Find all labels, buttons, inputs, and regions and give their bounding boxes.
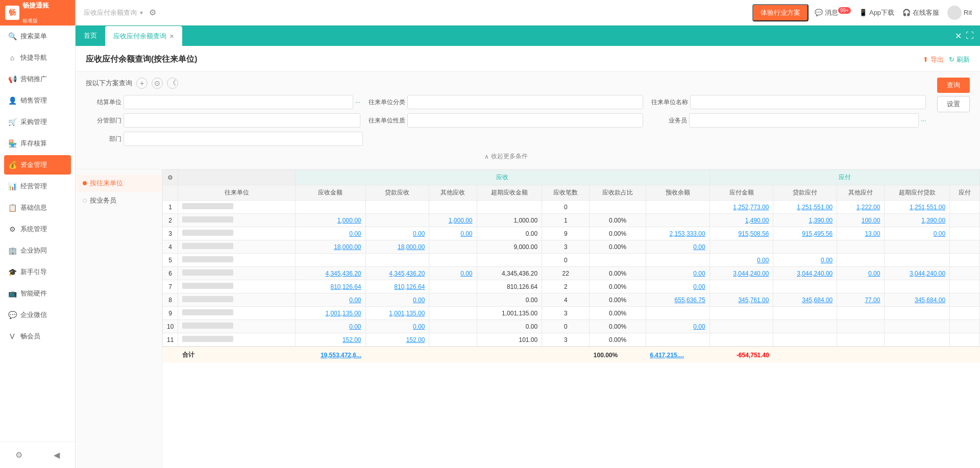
cell-link[interactable]: 345,761.00 bbox=[738, 297, 769, 304]
sidebar-item-corp[interactable]: 🏢 企业协同 bbox=[0, 240, 75, 261]
refresh-button[interactable]: ↻ 刷新 bbox=[949, 55, 970, 64]
sidebar-item-basic[interactable]: 📋 基础信息 bbox=[0, 197, 75, 218]
breadcrumb-dropdown[interactable]: ▾ bbox=[140, 9, 143, 16]
sidebar-settings-btn[interactable]: ⚙ bbox=[11, 446, 27, 464]
left-panel-label-staff: 按业务员 bbox=[90, 196, 116, 205]
filter-add-btn[interactable]: + bbox=[136, 78, 148, 89]
cell-link[interactable]: 1,001,135.00 bbox=[389, 310, 425, 317]
cell-link[interactable]: 0.00 bbox=[868, 270, 880, 277]
left-panel-item-partner[interactable]: 按往来单位 bbox=[76, 175, 162, 192]
tab-close-window-icon[interactable]: ✕ bbox=[955, 31, 962, 41]
cell-link[interactable]: 1,390.00 bbox=[809, 217, 833, 224]
cell-link[interactable]: 1,000.00 bbox=[337, 217, 361, 224]
th-settings[interactable]: ⚙ bbox=[163, 170, 178, 185]
cell-link[interactable]: 1,000.00 bbox=[449, 217, 473, 224]
cell-link[interactable]: 0.00 bbox=[693, 270, 705, 277]
filter-collapse-more-btn[interactable]: ∧ 收起更多条件 bbox=[484, 152, 528, 161]
cell-link[interactable]: 1,252,773.00 bbox=[733, 204, 769, 211]
cell-link[interactable]: 915,495.56 bbox=[802, 230, 832, 237]
cell-link[interactable]: 0.00 bbox=[413, 297, 425, 304]
cell-link[interactable]: 0.00 bbox=[413, 323, 425, 330]
cell-link[interactable]: 1,222.00 bbox=[856, 204, 880, 211]
cell-link[interactable]: 2,153,333.00 bbox=[670, 230, 705, 237]
cell-link[interactable]: 77.00 bbox=[865, 297, 880, 304]
cell-link[interactable]: 3,044,240.00 bbox=[733, 270, 769, 277]
cell-link[interactable]: 18,000.00 bbox=[398, 243, 425, 251]
tab-expand-icon[interactable]: ⛶ bbox=[966, 31, 974, 40]
setting-button[interactable]: 设置 bbox=[937, 96, 970, 112]
cell-link[interactable]: 0.00 bbox=[821, 257, 832, 264]
cell-link[interactable]: 3,044,240.00 bbox=[797, 270, 832, 277]
cell-link[interactable]: 345,684.00 bbox=[915, 297, 945, 304]
cell-link[interactable]: 1,390.00 bbox=[921, 217, 945, 224]
filter-partner-name[interactable] bbox=[690, 95, 926, 109]
cell-link[interactable]: 810,126.64 bbox=[330, 283, 361, 290]
filter-collapse-btn[interactable]: 《 bbox=[167, 78, 178, 89]
promo-button[interactable]: 体验行业方案 bbox=[752, 4, 808, 21]
sidebar-item-search[interactable]: 🔍 搜索菜单 bbox=[0, 26, 75, 47]
filter-dept[interactable] bbox=[124, 113, 360, 128]
sidebar-collapse-btn[interactable]: ◀ bbox=[50, 446, 64, 464]
cell-link[interactable]: 0.00 bbox=[757, 257, 769, 264]
sidebar-item-system[interactable]: ⚙ 系统管理 bbox=[0, 218, 75, 240]
table-settings-icon[interactable]: ⚙ bbox=[167, 174, 173, 181]
cell-link[interactable]: 152.00 bbox=[406, 336, 425, 343]
cell-link[interactable]: 0.00 bbox=[460, 230, 472, 237]
query-button[interactable]: 查询 bbox=[937, 78, 970, 93]
tab-close-icon[interactable]: ✕ bbox=[169, 33, 174, 40]
filter-partner-category[interactable] bbox=[407, 95, 643, 109]
filter-settlement-input[interactable] bbox=[124, 95, 353, 109]
cell-link[interactable]: 1,001,135.00 bbox=[325, 310, 361, 317]
sidebar-item-guide[interactable]: 🎓 新手引导 bbox=[0, 261, 75, 283]
cell-link[interactable]: 13.00 bbox=[865, 230, 880, 237]
export-button[interactable]: ⬆ 导出 bbox=[923, 55, 944, 64]
cell-link[interactable]: 1,251,551.00 bbox=[910, 204, 945, 211]
user-action[interactable]: Rit bbox=[947, 6, 972, 20]
cell-link[interactable]: 345,684.00 bbox=[802, 297, 832, 304]
cell-link[interactable]: 4,345,436.20 bbox=[389, 270, 425, 277]
cell-link[interactable]: 0.00 bbox=[349, 230, 361, 237]
sidebar-item-inventory[interactable]: 🏪 库存核算 bbox=[0, 133, 75, 154]
cell-link[interactable]: 18,000.00 bbox=[334, 243, 361, 251]
sidebar-item-management[interactable]: 📊 经营管理 bbox=[0, 176, 75, 197]
tab-home[interactable]: 首页 bbox=[76, 26, 105, 46]
cell-link[interactable]: 655,636.75 bbox=[675, 297, 705, 304]
sidebar-item-hardware[interactable]: 📺 智能硬件 bbox=[0, 283, 75, 304]
message-action[interactable]: 💬 消息 99+ bbox=[815, 8, 851, 17]
service-action[interactable]: 🎧 在线客服 bbox=[902, 8, 939, 17]
sidebar-item-wechat[interactable]: 💬 企业微信 bbox=[0, 304, 75, 326]
sidebar-item-quick[interactable]: ⌂ 快捷导航 bbox=[0, 47, 75, 68]
filter-staff-dots[interactable]: ··· bbox=[921, 117, 926, 124]
filter-staff[interactable] bbox=[689, 113, 919, 128]
cell-link[interactable]: 4,345,436.20 bbox=[325, 270, 361, 277]
filter-department[interactable] bbox=[124, 132, 363, 146]
filter-partner-nature[interactable] bbox=[407, 113, 643, 128]
sidebar-item-member[interactable]: V 畅会员 bbox=[0, 326, 75, 347]
cell-link[interactable]: 1,251,551.00 bbox=[797, 204, 832, 211]
cell-link[interactable]: 100.00 bbox=[862, 217, 880, 224]
filter-settlement-dots[interactable]: ··· bbox=[355, 98, 360, 106]
cell-link[interactable]: 810,126.64 bbox=[394, 283, 425, 290]
sidebar-item-purchase[interactable]: 🛒 采购管理 bbox=[0, 111, 75, 133]
sidebar-item-marketing[interactable]: 📢 营销推广 bbox=[0, 68, 75, 90]
filter-settings-btn[interactable]: ⊙ bbox=[152, 78, 163, 89]
app-download-action[interactable]: 📱 App下载 bbox=[859, 8, 894, 17]
cell-link[interactable]: 0.00 bbox=[693, 243, 705, 251]
tab-balance[interactable]: 应收应付余额查询 ✕ bbox=[105, 26, 182, 46]
cell-link[interactable]: 0.00 bbox=[934, 230, 945, 237]
topbar-gear-icon[interactable]: ⚙ bbox=[149, 8, 156, 17]
left-panel-item-staff[interactable]: 按业务员 bbox=[76, 192, 162, 209]
cell-link[interactable]: 1,490.00 bbox=[745, 217, 769, 224]
cell-link[interactable]: 0.00 bbox=[413, 230, 425, 237]
cell-overdue-receivable: 4,345,436.20 bbox=[477, 267, 542, 280]
cell-link[interactable]: 0.00 bbox=[693, 283, 705, 290]
sidebar-item-sales[interactable]: 👤 销售管理 bbox=[0, 90, 75, 111]
cell-link[interactable]: 0.00 bbox=[460, 270, 472, 277]
cell-link[interactable]: 0.00 bbox=[693, 323, 705, 330]
cell-link[interactable]: 3,044,240.00 bbox=[910, 270, 945, 277]
cell-link[interactable]: 152.00 bbox=[342, 336, 361, 343]
cell-link[interactable]: 915,508.56 bbox=[738, 230, 769, 237]
cell-link[interactable]: 0.00 bbox=[349, 297, 361, 304]
sidebar-item-finance[interactable]: 💰 资金管理 bbox=[4, 155, 71, 175]
cell-link[interactable]: 0.00 bbox=[349, 323, 361, 330]
